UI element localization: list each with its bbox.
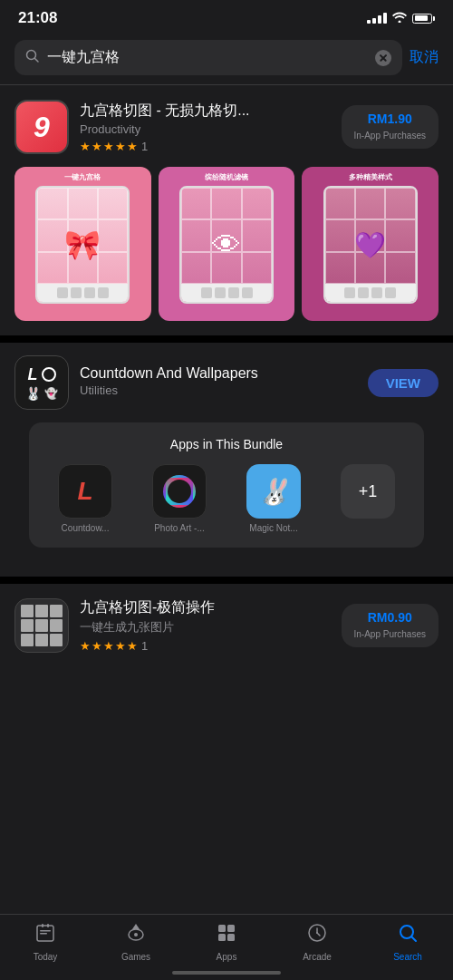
photo-logo [163, 475, 196, 508]
app-info-1: 九宫格切图 - 无损九格切... Productivity ★★★★★ 1 [80, 102, 331, 153]
bundle-icon-photo [152, 464, 207, 519]
app-name-1: 九宫格切图 - 无损九格切... [80, 102, 331, 121]
iap-text-3: In-App Purchases [354, 629, 427, 639]
svg-rect-11 [218, 934, 226, 941]
price-text-1: RM1.90 [354, 112, 427, 126]
bundle-app-name-4: · [326, 523, 410, 533]
bundle-title: Apps in This Bundle [43, 437, 410, 451]
app-name-2: Countdown And Wallpapers [80, 365, 357, 382]
plus-count: +1 [359, 482, 378, 501]
iap-text-1: In-App Purchases [354, 131, 427, 141]
star-rating-1: ★★★★★ [80, 140, 139, 153]
svg-point-14 [316, 932, 318, 934]
svg-rect-3 [40, 930, 51, 932]
bundle-app-name-1: Countdow... [43, 523, 127, 533]
app-icon-grid [14, 598, 69, 653]
svg-rect-9 [218, 925, 226, 932]
bundle-app-name-2: Photo Art -... [138, 523, 221, 533]
app-icon-9: 9 [14, 100, 69, 154]
tab-apps-label: Apps [217, 952, 237, 962]
app-result-1: 9 九宫格切图 - 无损九格切... Productivity ★★★★★ 1 … [0, 85, 453, 154]
app-icon-countdown: L 🐰 👻 [14, 355, 69, 410]
app-result-2-container: L 🐰 👻 Countdown And Wallpapers Utilities… [0, 343, 453, 577]
tab-arcade[interactable]: Arcade [272, 922, 362, 962]
bundle-icon-plus: +1 [341, 464, 395, 519]
status-icons [367, 11, 435, 25]
price-text-3: RM0.90 [354, 610, 427, 625]
svg-point-8 [134, 933, 138, 936]
search-query: 一键九宫格 [47, 48, 368, 67]
section-separator-2 [0, 577, 453, 584]
tab-today-icon [34, 922, 56, 949]
tab-apps-icon [216, 922, 237, 949]
app-info-3: 九宫格切图-极简操作 一键生成九张图片 ★★★★★ 1 [80, 598, 331, 653]
bundle-icon-l: L [58, 464, 112, 519]
app-info-2: Countdown And Wallpapers Utilities [80, 365, 357, 401]
star-count-3: 1 [141, 639, 148, 653]
phone-mockup-1: 🎀 [35, 186, 130, 304]
phone-mockup-2: 👁 [179, 186, 274, 304]
app-price-button-3[interactable]: RM0.90 In-App Purchases [342, 604, 439, 647]
app-result-3[interactable]: 九宫格切图-极简操作 一键生成九张图片 ★★★★★ 1 RM0.90 In-Ap… [0, 584, 453, 667]
bundle-wrapper: Apps in This Bundle L Countdow... [0, 422, 453, 577]
tab-games-label: Games [121, 952, 150, 962]
app-stars-1: ★★★★★ 1 [80, 140, 331, 153]
svg-line-16 [412, 937, 417, 942]
status-time: 21:08 [18, 9, 57, 27]
bundle-app-name-3: Magic Not... [232, 523, 315, 533]
tab-today-label: Today [34, 952, 58, 962]
star-count-1: 1 [141, 140, 148, 153]
screenshot-2[interactable]: 缤纷随机滤镜 👁 [159, 167, 295, 321]
app-row-1[interactable]: 9 九宫格切图 - 无损九格切... Productivity ★★★★★ 1 … [14, 100, 439, 154]
tab-games-icon [125, 922, 147, 949]
screenshot-label-2: 缤纷随机滤镜 [205, 172, 248, 182]
search-cancel-button[interactable]: 取消 [410, 48, 439, 67]
app-name-3: 九宫格切图-极简操作 [80, 598, 331, 617]
signal-icon [367, 13, 387, 24]
search-bar-container: 一键九宫格 取消 [0, 33, 453, 84]
tab-apps[interactable]: Apps [181, 922, 272, 962]
app-stars-3: ★★★★★ 1 [80, 639, 331, 653]
app-price-button-1[interactable]: RM1.90 In-App Purchases [342, 105, 439, 149]
bundle-icon-magic: 🐰 [246, 464, 301, 519]
tab-games[interactable]: Games [91, 922, 181, 962]
bundle-app-4[interactable]: +1 · [326, 464, 410, 533]
tab-search-icon [397, 922, 419, 949]
bundle-apps: L Countdow... Photo Art -... [43, 464, 410, 533]
tab-arcade-label: Arcade [303, 952, 332, 962]
screenshot-1[interactable]: 一键九宫格 🎀 [14, 167, 151, 321]
svg-rect-4 [40, 933, 47, 935]
app-list-item-countdown[interactable]: L 🐰 👻 Countdown And Wallpapers Utilities… [0, 343, 453, 422]
app-category-1: Productivity [80, 122, 331, 136]
screenshot-label-1: 一键九宫格 [64, 172, 101, 182]
tab-search[interactable]: Search [362, 922, 453, 962]
battery-icon [412, 14, 435, 24]
svg-rect-6 [47, 924, 49, 927]
home-indicator [172, 971, 281, 975]
section-separator-1 [0, 335, 453, 343]
bundle-app-3[interactable]: 🐰 Magic Not... [232, 464, 315, 533]
bundle-section: Apps in This Bundle L Countdow... [29, 422, 424, 548]
view-button[interactable]: VIEW [368, 369, 439, 397]
status-bar: 21:08 [0, 0, 453, 33]
tab-today[interactable]: Today [0, 922, 91, 962]
wifi-icon [392, 11, 407, 25]
tab-search-label: Search [393, 952, 422, 962]
phone-mockup-3: 💜 [323, 186, 418, 304]
bundle-app-1[interactable]: L Countdow... [43, 464, 127, 533]
search-clear-button[interactable] [375, 50, 391, 66]
search-bar[interactable]: 一键九宫格 [14, 40, 402, 75]
screenshot-label-3: 多种精美样式 [349, 172, 392, 182]
bundle-app-2[interactable]: Photo Art -... [138, 464, 221, 533]
l-logo: L [77, 477, 92, 506]
magic-rabbit-icon: 🐰 [258, 477, 290, 507]
search-icon [25, 49, 40, 67]
app-subtitle-3: 一键生成九张图片 [80, 619, 331, 636]
screenshots-container: 一键九宫格 🎀 [0, 167, 453, 335]
svg-line-1 [35, 58, 39, 62]
tab-arcade-icon [306, 922, 328, 949]
star-rating-3: ★★★★★ [80, 639, 139, 653]
svg-rect-12 [227, 934, 235, 941]
app-category-2: Utilities [80, 383, 357, 397]
screenshot-3[interactable]: 多种精美样式 💜 [302, 167, 439, 321]
